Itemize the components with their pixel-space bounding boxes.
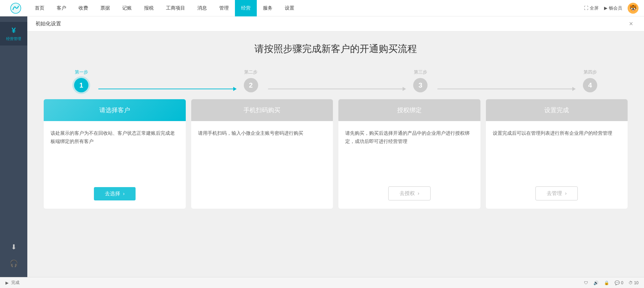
card-body-2: 请用手机扫码，输入小微企业主账号密码进行购买: [191, 121, 333, 195]
step-3-circle: 3: [413, 78, 428, 92]
timer-count: ⏱ 10: [629, 280, 639, 285]
volume-icon: 🔊: [593, 280, 599, 285]
step-2: 第二步 2: [234, 69, 268, 92]
card-body-3: 请先购买，购买后选择开通的产品中的企业用户进行授权绑定，成功后即可进行经营管理: [338, 121, 480, 181]
top-navigation: 首页客户收费票据记账报税工商项目消息管理经营服务设置 ⛶ 全屏 ▶ 畅会员 🐯: [0, 0, 644, 16]
step-card-2: 手机扫码购买 请用手机扫码，输入小微企业主账号密码进行购买: [191, 99, 333, 209]
card-header-1: 请选择客户: [44, 99, 186, 121]
arrow-2: [403, 87, 406, 91]
fullscreen-label: 全屏: [590, 5, 599, 11]
nav-right: ⛶ 全屏 ▶ 畅会员 🐯: [584, 3, 639, 14]
bottom-bar: ▶ 完成 🛡 🔊 🔒 💬 0 ⏱ 10: [0, 277, 644, 288]
card-btn-1[interactable]: 去选择 ›: [94, 187, 136, 200]
member-label: 畅会员: [609, 5, 622, 11]
nav-item-消息[interactable]: 消息: [191, 0, 213, 16]
step-1-circle: 1: [74, 78, 88, 92]
step-4-label: 第四步: [584, 69, 597, 75]
step-1: 第一步 1: [64, 69, 98, 92]
member-button[interactable]: ▶ 畅会员: [604, 5, 622, 11]
logo[interactable]: [5, 3, 26, 14]
sidebar-bottom: ⬇ 🎧: [0, 239, 27, 277]
content-title: 初始化设置: [36, 21, 61, 27]
nav-item-记账[interactable]: 记账: [116, 0, 138, 16]
nav-item-首页[interactable]: 首页: [29, 0, 51, 16]
card-footer-2: [191, 195, 333, 209]
page-heading: 请按照步骤完成新客户的开通购买流程: [44, 42, 628, 55]
sidebar: ¥ 经营管理 ⬇ 🎧: [0, 16, 27, 277]
shield-icon: 🛡: [584, 280, 588, 285]
step-card-3: 授权绑定 请先购买，购买后选择开通的产品中的企业用户进行授权绑定，成功后即可进行…: [338, 99, 480, 209]
fullscreen-icon: ⛶: [584, 5, 588, 11]
fullscreen-button[interactable]: ⛶ 全屏: [584, 5, 599, 11]
nav-item-收费[interactable]: 收费: [72, 0, 94, 16]
content-header: 初始化设置 ×: [27, 16, 644, 31]
card-header-2: 手机扫码购买: [191, 99, 333, 121]
play-icon: ▶: [604, 5, 607, 11]
step-4-circle: 4: [583, 78, 597, 92]
sidebar-item-label: 经营管理: [6, 36, 21, 41]
lock-icon: 🔒: [604, 280, 609, 285]
avatar[interactable]: 🐯: [628, 3, 639, 14]
card-body-1: 该处展示的客户为不在回收站、客户状态正常建账后完成老板端绑定的所有客户: [44, 121, 186, 182]
card-footer-4: 去管理 ›: [486, 181, 628, 209]
nav-item-经营[interactable]: 经营: [235, 0, 257, 16]
card-footer-1: 去选择 ›: [44, 182, 186, 209]
nav-item-工商项目[interactable]: 工商项目: [160, 0, 191, 16]
sidebar-item-management[interactable]: ¥ 经营管理: [0, 22, 27, 45]
card-header-3: 授权绑定: [338, 99, 480, 121]
bottom-bar-left: ▶ 完成: [5, 280, 19, 286]
connector-1: [98, 89, 234, 89]
step-card-1: 请选择客户 该处展示的客户为不在回收站、客户状态正常建账后完成老板端绑定的所有客…: [44, 99, 186, 209]
step-4: 第四步 4: [573, 69, 607, 92]
download-icon: ⬇: [11, 243, 17, 251]
card-header-4: 设置完成: [486, 99, 628, 121]
sidebar-download[interactable]: ⬇: [0, 239, 27, 255]
step-card-4: 设置完成 设置完成后可以在管理列表进行所有企业用户的经营管理 去管理 ›: [486, 99, 628, 209]
bottom-bar-right: 🛡 🔊 🔒 💬 0 ⏱ 10: [584, 280, 639, 285]
card-btn-4[interactable]: 去管理 ›: [535, 186, 578, 200]
nav-item-票据[interactable]: 票据: [94, 0, 116, 16]
card-footer-3: 去授权 ›: [338, 181, 480, 209]
cards-row: 请选择客户 该处展示的客户为不在回收站、客户状态正常建账后完成老板端绑定的所有客…: [44, 99, 628, 209]
nav-item-服务[interactable]: 服务: [257, 0, 279, 16]
sidebar-support[interactable]: 🎧: [0, 255, 27, 272]
status-label: 完成: [11, 280, 19, 286]
card-btn-3[interactable]: 去授权 ›: [388, 186, 431, 200]
yuan-icon: ¥: [12, 26, 16, 35]
nav-items: 首页客户收费票据记账报税工商项目消息管理经营服务设置: [29, 0, 584, 16]
arrow-1: [233, 87, 237, 91]
close-button[interactable]: ×: [626, 19, 636, 29]
step-1-label: 第一步: [75, 69, 88, 75]
message-count: 💬 0: [615, 280, 623, 285]
step-3-label: 第三步: [414, 69, 427, 75]
headset-icon: 🎧: [10, 259, 18, 267]
steps-row: 第一步 1 第二步 2 第三步 3: [44, 69, 628, 92]
main-layout: ¥ 经营管理 ⬇ 🎧 初始化设置 × 请按照步骤完成新客户的开通购买流程: [0, 16, 644, 277]
play-status-icon: ▶: [5, 280, 9, 285]
nav-item-报税[interactable]: 报税: [138, 0, 160, 16]
content-area: 初始化设置 × 请按照步骤完成新客户的开通购买流程 第一步 1 第二步: [27, 16, 644, 277]
nav-item-客户[interactable]: 客户: [51, 0, 72, 16]
connector-2: [268, 89, 404, 89]
step-3: 第三步 3: [403, 69, 437, 92]
nav-item-管理[interactable]: 管理: [213, 0, 235, 16]
nav-item-设置[interactable]: 设置: [279, 0, 300, 16]
card-body-4: 设置完成后可以在管理列表进行所有企业用户的经营管理: [486, 121, 628, 181]
step-2-circle: 2: [244, 78, 258, 92]
connector-3: [437, 89, 573, 89]
content-body: 请按照步骤完成新客户的开通购买流程 第一步 1 第二步 2: [27, 31, 644, 277]
arrow-3: [572, 87, 576, 91]
step-2-label: 第二步: [244, 69, 257, 75]
